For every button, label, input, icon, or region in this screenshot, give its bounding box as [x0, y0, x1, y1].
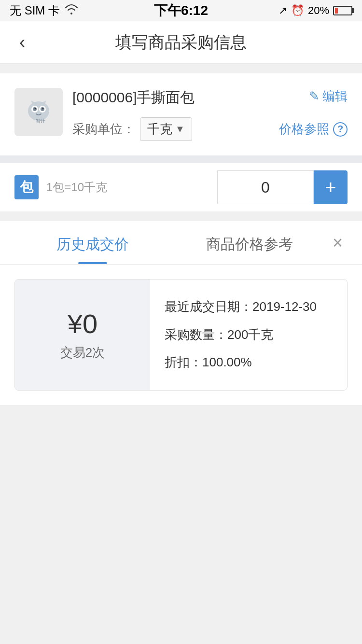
tabs-container: 历史成交价 商品价格参考 ×: [0, 221, 362, 265]
help-icon: ?: [333, 122, 348, 137]
main-content: 历史成交价 商品价格参考 × ¥0 交易2次 最近成交日期：2019-12-30: [0, 221, 362, 607]
tab-history-price-label: 历史成交价: [56, 236, 129, 252]
quantity-row: 包 1包=10千克 +: [0, 163, 362, 211]
tab-price-reference[interactable]: 商品价格参考: [171, 221, 327, 264]
quantity-detail-label: 采购数量：: [165, 327, 227, 342]
purchase-unit-row: 采购单位： 千克 ▼ 价格参照 ?: [72, 117, 348, 141]
carrier-text: 无 SIM 卡: [10, 3, 60, 18]
svg-point-0: [28, 101, 49, 121]
edit-button[interactable]: ✎ 编辑: [309, 88, 348, 105]
price-detail-right: 最近成交日期：2019-12-30 采购数量：200千克 折扣：100.00%: [150, 280, 347, 390]
discount-row: 折扣：100.00%: [165, 352, 333, 373]
tab-close-button[interactable]: ×: [328, 228, 348, 258]
quantity-conversion: 1包=10千克: [46, 180, 107, 195]
price-value: 0: [83, 308, 97, 339]
quantity-label-group: 包 1包=10千克: [14, 175, 107, 199]
battery-percent: 20%: [308, 4, 329, 17]
battery-icon: [333, 6, 352, 15]
product-header: [0000006]手撕面包 ✎ 编辑: [72, 88, 348, 108]
svg-point-6: [42, 108, 44, 110]
product-logo: 智计: [24, 96, 53, 128]
tab-price-reference-label: 商品价格参考: [206, 236, 293, 252]
nav-bar: ‹ 填写商品采购信息: [0, 21, 362, 64]
edit-icon: ✎: [309, 89, 320, 104]
quantity-plus-button[interactable]: +: [314, 170, 348, 204]
chevron-down-icon: ▼: [175, 124, 185, 135]
product-image: 智计: [14, 88, 63, 136]
tab-content: ¥0 交易2次 最近成交日期：2019-12-30 采购数量：200千克 折扣：…: [0, 265, 362, 405]
quantity-detail-value: 200千克: [227, 327, 273, 342]
quantity-input-group: +: [217, 170, 348, 204]
unit-select[interactable]: 千克 ▼: [140, 117, 192, 141]
discount-label: 折扣：: [165, 355, 202, 369]
tabs-header: 历史成交价 商品价格参考 ×: [0, 221, 362, 264]
quantity-input[interactable]: [217, 170, 314, 204]
svg-point-5: [35, 108, 36, 110]
location-icon: ↗: [278, 4, 287, 17]
status-bar: 无 SIM 卡 下午6:12 ↗ ⏰ 20%: [0, 0, 362, 21]
tab-history-price[interactable]: 历史成交价: [14, 221, 171, 264]
status-left: 无 SIM 卡: [10, 3, 78, 18]
edit-label: 编辑: [322, 88, 348, 105]
product-name: [0000006]手撕面包: [72, 88, 195, 108]
price-currency-symbol: ¥: [68, 308, 83, 339]
price-ref-button[interactable]: 价格参照 ?: [279, 121, 348, 138]
battery-fill: [335, 8, 338, 14]
price-summary-left: ¥0 交易2次: [15, 280, 150, 390]
price-display: ¥0: [68, 308, 97, 339]
unit-value: 千克: [147, 121, 172, 138]
back-button[interactable]: ‹: [14, 28, 30, 57]
recent-date-value: 2019-12-30: [252, 299, 317, 314]
section-divider: [0, 155, 362, 163]
product-card: 智计 [0000006]手撕面包 ✎ 编辑 采购单位： 千克 ▼ 价格参照 ?: [0, 73, 362, 155]
alarm-icon: ⏰: [291, 4, 304, 17]
discount-value: 100.00%: [202, 355, 252, 369]
purchase-unit-label: 采购单位：: [72, 121, 135, 138]
svg-text:智计: 智计: [36, 118, 45, 124]
wifi-icon: [65, 4, 78, 17]
quantity-unit-badge: 包: [14, 175, 39, 199]
price-transactions: 交易2次: [60, 344, 105, 361]
quantity-row-detail: 采购数量：200千克: [165, 325, 333, 345]
recent-date-label: 最近成交日期：: [165, 299, 252, 314]
status-time: 下午6:12: [154, 1, 208, 20]
recent-date-row: 最近成交日期：2019-12-30: [165, 297, 333, 317]
page-title: 填写商品采购信息: [115, 31, 247, 54]
product-details: [0000006]手撕面包 ✎ 编辑 采购单位： 千克 ▼ 价格参照 ?: [72, 88, 348, 141]
price-ref-label: 价格参照: [279, 121, 329, 138]
status-right: ↗ ⏰ 20%: [278, 4, 352, 17]
price-history-card: ¥0 交易2次 最近成交日期：2019-12-30 采购数量：200千克 折扣：…: [14, 279, 348, 391]
